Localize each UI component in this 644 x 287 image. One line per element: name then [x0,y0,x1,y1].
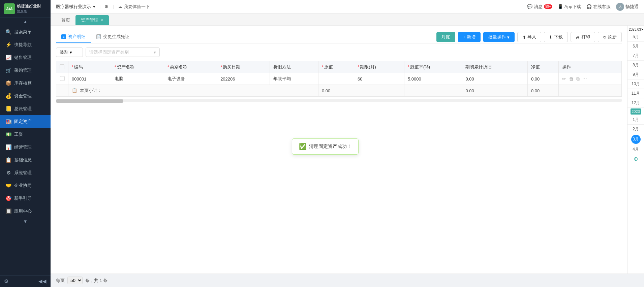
download-label: 下载 [554,34,563,40]
row-checkbox[interactable] [60,76,65,81]
collapse-icon[interactable]: ◀◀ [38,278,47,284]
scroll-up-button[interactable]: ▲ [0,18,51,26]
refresh-button[interactable]: ↻ 刷新 [598,32,622,42]
sidebar-item-label-app: 应用中心 [14,208,32,214]
app-download-btn[interactable]: 📱 App下载 [558,4,581,10]
refresh-icon: ↻ [603,35,607,40]
more-icon[interactable]: ⋯ [582,76,587,82]
import-label: 导入 [527,34,536,40]
new-label: + 新增 [463,34,476,40]
sidebar-item-sales[interactable]: 📈 销售管理 [0,51,51,64]
sub-tab-asset-detail[interactable]: ≡ 资产明细 [56,31,91,43]
month-5[interactable]: 5月 [627,32,644,42]
sidebar-item-finance[interactable]: 💰 资金管理 [0,90,51,102]
row-code: 000001 [68,73,111,85]
month-2[interactable]: 2月 [627,125,644,134]
print-icon: 🖨 [576,35,580,40]
table-container: *编码 *资产名称 *类别名称 *购买日期 折旧方法 *原值 *期限(月) *残… [56,61,622,97]
sidebar-item-label-guide: 新手引导 [14,195,32,201]
user-area[interactable]: 人 畅捷通 [616,3,639,11]
sub-tab-change-voucher[interactable]: 📄 变更生成凭证 [91,31,135,43]
finance-icon: 💰 [5,93,11,99]
month-12[interactable]: 12月 [627,98,644,108]
scroll-down-circle-icon[interactable]: ⊕ [634,156,638,162]
scrollbar-thumb[interactable] [56,99,123,103]
sidebar-item-label-fixed: 固定资产 [14,119,32,125]
sidebar-item-cooperation[interactable]: 🤝 企业协同 [0,179,51,192]
import-button[interactable]: ⬆ 导入 [517,32,541,42]
cooperation-icon: 🤝 [5,183,11,189]
scrollbar-track [56,99,622,102]
sidebar-item-ops[interactable]: 📊 经营管理 [0,141,51,154]
download-icon: 📱 [558,4,563,9]
row-purchase-date: 202206 [217,73,270,85]
new-button[interactable]: + 新增 [458,32,481,42]
month-3-active[interactable]: 3月 [631,135,641,144]
month-9[interactable]: 9月 [627,70,644,79]
subtotal-row: 📋 本页小计： 0.00 0.00 0.00 [56,85,622,97]
sidebar-item-basic-info[interactable]: 📋 基础信息 [0,154,51,166]
month-4[interactable]: 4月 [627,145,644,154]
row-original-value [318,73,354,85]
delete-icon[interactable]: 🗑 [569,76,574,82]
select-all-checkbox[interactable] [60,64,64,69]
month-7[interactable]: 7月 [627,51,644,61]
subtotal-empty-checkbox [56,85,68,97]
edit-icon[interactable]: ✏ [562,76,566,82]
month-8[interactable]: 8月 [627,61,644,70]
month-10[interactable]: 10月 [627,79,644,89]
sidebar-item-system[interactable]: ⚙ 系统管理 [0,166,51,179]
print-button[interactable]: 🖨 打印 [571,32,595,42]
per-page-select[interactable]: 50 [67,277,83,284]
scroll-down-button[interactable]: ▼ [0,218,51,225]
month-6[interactable]: 6月 [627,42,644,51]
guide-icon: 🎯 [5,195,11,201]
message-btn[interactable]: 💬 消息 99+ [527,4,552,10]
company-selector[interactable]: 医疗器械行业演示 ▾ [56,4,95,10]
main-area: 医疗器械行业演示 ▾ | ⚙ | ☁ 我要体验一下 💬 消息 99+ 📱 App… [51,0,644,287]
purchase-icon: 🛒 [5,67,11,73]
th-depreciation-method: 折旧方法 [270,61,318,73]
filter-bar: 类别 ▾ 请选择固定资产类别 ▾ [56,47,622,57]
system-icon: ⚙ [5,170,11,176]
quick-nav-icon: ⚡ [5,42,11,48]
month-11[interactable]: 11月 [627,89,644,98]
import-icon: ⬆ [522,35,526,40]
tab-close-icon[interactable]: ✕ [100,18,103,23]
ops-icon: 📊 [5,144,11,150]
reconcile-button[interactable]: 对账 [436,32,455,42]
tab-home[interactable]: 首页 [56,15,75,25]
inventory-icon: 📦 [5,80,11,86]
horizontal-scrollbar[interactable] [56,97,622,104]
close-panel-icon[interactable]: ✕ [641,28,644,31]
settings-icon[interactable]: ⚙ [4,278,8,284]
download-button[interactable]: ⬇ 下载 [544,32,568,42]
sidebar-item-purchase[interactable]: 🛒 采购管理 [0,64,51,77]
sidebar-item-guide[interactable]: 🎯 新手引导 [0,192,51,205]
table-header-row: *编码 *资产名称 *类别名称 *购买日期 折旧方法 *原值 *期限(月) *残… [56,61,622,73]
sidebar-item-inventory[interactable]: 📦 库存核算 [0,77,51,90]
topbar-divider-1: | [99,4,100,9]
batch-button[interactable]: 批量操作 ▾ [483,32,515,42]
copy-icon[interactable]: ⧉ [576,76,580,82]
sidebar-item-payroll[interactable]: 💵 工资 [0,128,51,141]
experience-btn[interactable]: ☁ 我要体验一下 [118,4,150,10]
online-service-btn[interactable]: 🎧 在线客服 [586,4,611,10]
sidebar-item-app-center[interactable]: 🔲 应用中心 [0,205,51,218]
row-actions: ✏ 🗑 ⧉ ⋯ [559,73,622,85]
row-depreciation-method: 年限平均 [270,73,318,85]
settings-gear[interactable]: ⚙ [104,4,109,9]
sidebar-item-ledger[interactable]: 📒 总账管理 [0,102,51,115]
subtotal-net: 0.00 [527,85,558,97]
month-1[interactable]: 1月 [627,115,644,125]
sidebar-item-quick-nav[interactable]: ⚡ 快捷导航 [0,38,51,51]
category-select[interactable]: 类别 ▾ [56,47,83,57]
year-marker-2023: 2023 [631,108,641,115]
subtotal-icon: 📋 [72,88,77,93]
sidebar-item-fixed-assets[interactable]: 🏭 固定资产 [0,115,51,128]
message-icon: 💬 [527,4,532,9]
sidebar-item-search[interactable]: 🔍 搜索菜单 [0,26,51,38]
category-input[interactable]: 请选择固定资产类别 ▾ [86,47,160,57]
sidebar-item-label-finance: 资金管理 [14,93,32,99]
tab-asset-mgmt[interactable]: 资产管理 ✕ [75,15,109,25]
